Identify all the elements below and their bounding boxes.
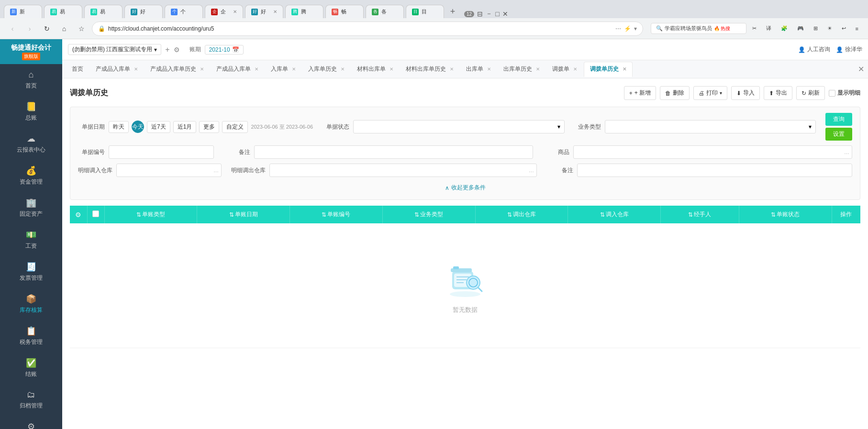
new-button[interactable]: + + 新增 bbox=[624, 86, 656, 100]
browser-tab-2[interactable]: 易 易 bbox=[84, 5, 122, 18]
checkbox-display[interactable] bbox=[829, 90, 835, 97]
date-btn-1month[interactable]: 近1月 bbox=[173, 121, 197, 133]
tab-close-inbound2[interactable]: ✕ bbox=[255, 66, 258, 72]
content-tab-material-out[interactable]: 材料出库单 ✕ bbox=[351, 62, 399, 77]
back-button[interactable]: ‹ bbox=[6, 22, 19, 35]
sidebar-item-assets[interactable]: 🏢 固定资产 bbox=[0, 192, 62, 224]
th-status[interactable]: ⇅ 单账状态 bbox=[739, 206, 832, 223]
address-bar-dropdown[interactable]: ⋯ bbox=[615, 25, 621, 32]
user-service-btn[interactable]: 👤 人工咨询 bbox=[798, 45, 830, 54]
browser-tab-8[interactable]: 畅 畅 bbox=[325, 5, 364, 18]
sidebar-item-salary[interactable]: 💵 工资 bbox=[0, 224, 62, 256]
filter-settings-button[interactable]: 设置 bbox=[825, 128, 852, 141]
remark-input[interactable] bbox=[254, 145, 533, 159]
content-tab-inbound-hist1[interactable]: 产成品入库单历史 ✕ bbox=[145, 62, 210, 77]
th-doc-type[interactable]: ⇅ 单账类型 bbox=[104, 206, 197, 223]
settings-gear-icon[interactable]: ⚙ bbox=[174, 46, 180, 54]
column-settings-icon[interactable]: ⚙ bbox=[75, 211, 81, 219]
brightness-icon[interactable]: ☀ bbox=[823, 23, 836, 33]
print-button[interactable]: 🖨 打印 ▾ bbox=[693, 86, 727, 100]
add-company-btn[interactable]: + bbox=[165, 45, 169, 54]
content-tab-stock-out-hist[interactable]: 出库单历史 ✕ bbox=[498, 62, 545, 77]
to-warehouse-input[interactable] bbox=[269, 164, 537, 177]
tab-close-stock-out[interactable]: ✕ bbox=[487, 66, 491, 72]
from-warehouse-ellipsis[interactable]: … bbox=[213, 167, 219, 173]
sidebar-item-home[interactable]: ⌂ 首页 bbox=[0, 64, 62, 96]
sidebar-item-settings[interactable]: ⚙ 基础设置 bbox=[0, 416, 62, 429]
to-warehouse-ellipsis[interactable]: … bbox=[529, 167, 534, 173]
browser-tab-6[interactable]: 好 好 ✕ bbox=[245, 5, 283, 18]
sidebar-item-capital[interactable]: 💰 资金管理 bbox=[0, 160, 62, 192]
new-browser-tab-button[interactable]: + bbox=[446, 5, 459, 18]
tab-close-stock-in[interactable]: ✕ bbox=[292, 66, 296, 72]
tab-close-stock-out-hist[interactable]: ✕ bbox=[536, 66, 540, 72]
date-btn-today[interactable]: 今天 bbox=[132, 121, 144, 133]
content-tab-home[interactable]: 首页 bbox=[66, 62, 89, 77]
browser-tab-10[interactable]: 目 目 bbox=[406, 5, 444, 18]
search-bar[interactable]: 🔍 学霸应聘场景驱鸟员 🔥 热搜 bbox=[651, 23, 746, 34]
tab-close-6[interactable]: ✕ bbox=[273, 9, 277, 14]
export-button[interactable]: ⬆ 导出 bbox=[764, 86, 792, 100]
address-bar[interactable]: 🔒 https://cloud.chanjet.com/accounting/u… bbox=[92, 22, 643, 36]
display-toggle[interactable]: 显示明细 bbox=[829, 89, 860, 97]
reload-button[interactable]: ↻ bbox=[40, 22, 54, 35]
extension-icon[interactable]: 🧩 bbox=[777, 23, 791, 33]
content-tab-stock-in-hist[interactable]: 入库单历史 ✕ bbox=[302, 62, 350, 77]
browser-tab-9[interactable]: 各 各 bbox=[366, 5, 404, 18]
query-button[interactable]: 查询 bbox=[825, 113, 852, 126]
company-selector[interactable]: (勿删勿禁用) 江西服宝测试专用 ▾ bbox=[68, 44, 161, 55]
refresh-button[interactable]: ↻ 刷新 bbox=[796, 86, 825, 100]
goods-input[interactable] bbox=[573, 145, 852, 159]
bookmark-button[interactable]: ☆ bbox=[75, 22, 88, 35]
menu-icon[interactable]: ≡ bbox=[852, 24, 862, 33]
tab-close-stock-in-hist[interactable]: ✕ bbox=[341, 66, 345, 72]
sidebar-item-ledger[interactable]: 📒 总账 bbox=[0, 96, 62, 128]
select-all-checkbox[interactable] bbox=[92, 210, 99, 217]
tab-close-material-out-hist[interactable]: ✕ bbox=[450, 66, 454, 72]
tab-close-material-out[interactable]: ✕ bbox=[389, 66, 393, 72]
date-btn-custom[interactable]: 自定义 bbox=[222, 121, 248, 133]
biztype-select[interactable]: ▾ bbox=[605, 120, 816, 133]
grid-icon[interactable]: ⊞ bbox=[810, 23, 822, 33]
close-browser-icon[interactable]: ✕ bbox=[502, 10, 508, 18]
tab-close-5[interactable]: ✕ bbox=[233, 9, 237, 14]
browser-tab-1[interactable]: 易 易 bbox=[44, 5, 82, 18]
game-icon[interactable]: 🎮 bbox=[793, 23, 808, 33]
th-doc-date[interactable]: ⇅ 单账日期 bbox=[197, 206, 290, 223]
collapse-button[interactable]: ∧ 收起更多条件 bbox=[443, 182, 488, 194]
th-operator[interactable]: ⇅ 经手人 bbox=[661, 206, 739, 223]
th-biz-type[interactable]: ⇅ 业务类型 bbox=[382, 206, 475, 223]
content-tab-stock-in[interactable]: 入库单 ✕ bbox=[265, 62, 301, 77]
scissors-icon[interactable]: ✂ bbox=[748, 23, 760, 33]
content-tab-material-out-hist[interactable]: 材料出库单历史 ✕ bbox=[400, 62, 459, 77]
docno-input[interactable] bbox=[109, 145, 214, 159]
browser-tab-3[interactable]: 好 好 bbox=[124, 5, 163, 18]
sidebar-item-tax[interactable]: 📋 税务管理 bbox=[0, 320, 62, 352]
content-tab-transfer[interactable]: 调拨单 ✕ bbox=[546, 62, 583, 77]
translate-button[interactable]: 译 bbox=[762, 23, 775, 34]
period-value[interactable]: 2021-10 📅 bbox=[205, 45, 244, 55]
content-tab-stock-out[interactable]: 出库单 ✕ bbox=[460, 62, 497, 77]
date-btn-yesterday[interactable]: 昨天 bbox=[109, 121, 129, 133]
close-all-tabs-btn[interactable]: ✕ bbox=[858, 65, 864, 74]
sidebar-item-archive[interactable]: 🗂 归档管理 bbox=[0, 384, 62, 416]
th-checkbox[interactable] bbox=[87, 206, 104, 223]
th-doc-no[interactable]: ⇅ 单账编号 bbox=[290, 206, 383, 223]
goods-ellipsis-btn[interactable]: … bbox=[844, 149, 849, 155]
sidebar-item-invoice[interactable]: 🧾 发票管理 bbox=[0, 256, 62, 288]
content-tab-inbound2[interactable]: 产成品入库单 ✕ bbox=[211, 62, 264, 77]
date-btn-more[interactable]: 更多 bbox=[199, 121, 219, 133]
import-button[interactable]: ⬇ 导入 bbox=[731, 86, 760, 100]
th-settings[interactable]: ⚙ bbox=[70, 206, 87, 223]
th-from-wh[interactable]: ⇅ 调出仓库 bbox=[475, 206, 568, 223]
content-tab-transfer-hist[interactable]: 调拨单历史 ✕ bbox=[584, 62, 633, 77]
sidebar-item-inventory[interactable]: 📦 库存核算 bbox=[0, 288, 62, 320]
content-tab-inbound1[interactable]: 产成品入库单 ✕ bbox=[90, 62, 144, 77]
tab-close-transfer-hist[interactable]: ✕ bbox=[623, 66, 626, 72]
sidebar-logo[interactable]: 畅捷通好会计 旗舰版 bbox=[0, 39, 62, 64]
undo-icon[interactable]: ↩ bbox=[838, 23, 850, 33]
browser-tab-0[interactable]: 新 新 bbox=[4, 5, 42, 18]
address-bar-expand[interactable]: ▾ bbox=[634, 25, 637, 32]
status-select[interactable]: ▾ bbox=[353, 120, 564, 133]
maximize-icon[interactable]: □ bbox=[495, 10, 499, 18]
